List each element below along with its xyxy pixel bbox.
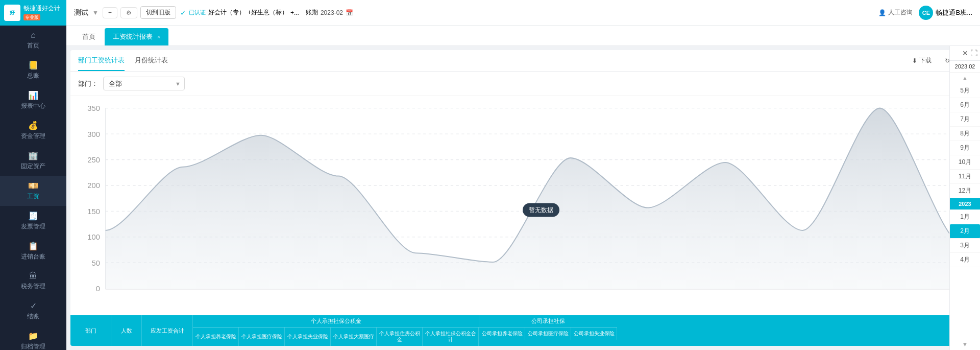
th-personal-group-header: 个人承担社保公积金 (193, 315, 479, 328)
th-personal-total: 个人承担社保公积金合计 (423, 328, 479, 346)
sidebar-item-sales[interactable]: 📋 进销台账 (0, 236, 66, 266)
more-label: +... (290, 9, 299, 16)
month-2-active[interactable]: 2月 (950, 224, 980, 239)
sidebar-item-ledger[interactable]: 📒 总账 (0, 55, 66, 85)
sidebar-item-salary[interactable]: 💴 工资 (0, 176, 66, 206)
download-icon: ⬇ (912, 57, 917, 64)
month-1[interactable]: 1月 (950, 210, 980, 224)
dept-select-wrapper: 全部 财务部 销售部 技术部 人事部 ▼ (103, 77, 185, 90)
sidebar-item-tax[interactable]: 🏛 税务管理 (0, 266, 66, 296)
tab-salary-label: 工资统计报表 (113, 33, 153, 40)
reports-icon: 📊 (28, 90, 38, 100)
month-4[interactable]: 4月 (950, 253, 980, 267)
good-biz-label: +好生意（标） (248, 8, 288, 17)
sidebar-item-funds[interactable]: 💰 资金管理 (0, 115, 66, 146)
th-company-cols: 公司承担养老保险 公司承担医疗保险 公司承担失业保险 (479, 328, 617, 340)
logo-badge: 专业版 (23, 14, 40, 20)
th-dept: 部门 (70, 315, 111, 346)
year-nav-up[interactable]: ▲ (950, 73, 980, 84)
sidebar-item-settle[interactable]: ✓ 结账 (0, 296, 66, 326)
logo-text-line1: 畅捷通好会计 (23, 5, 60, 13)
th-headcount: 人数 (111, 315, 142, 346)
th-salary: 应发工资合计 (142, 315, 193, 346)
sales-icon: 📋 (28, 241, 38, 251)
close-panel-button[interactable]: ✕ (962, 49, 968, 57)
th-personal-housing: 个人承担住房公积金 (377, 328, 423, 346)
th-company-pension: 公司承担养老保险 (479, 328, 525, 340)
th-company-group-header: 公司承担社保 (479, 315, 617, 328)
svg-text:250: 250 (87, 156, 100, 164)
user-menu[interactable]: CE 畅捷通B班... (919, 6, 972, 20)
svg-text:200: 200 (87, 181, 100, 190)
download-label: 下载 (919, 56, 932, 65)
sidebar-label-invoice: 发票管理 (21, 222, 45, 231)
sidebar-label-archive: 归档管理 (21, 342, 45, 350)
th-company-medical: 公司承担医疗保险 (525, 328, 571, 340)
service-icon: 👤 (878, 9, 886, 16)
topbar-status: ✓ 已认证 好会计（专） +好生意（标） +... 账期 2023-02 📅 (180, 8, 353, 17)
year-panel: ✕ ⛶ 2023.02 ▲ 5月 6月 7月 8月 9月 10月 11月 12月… (949, 46, 980, 350)
logo-icon: 好 (4, 5, 20, 21)
svg-text:300: 300 (87, 130, 100, 138)
company-name: 测试 (74, 8, 88, 17)
tab-salary-report[interactable]: 工资统计报表 × (105, 28, 168, 45)
sidebar-label-tax: 税务管理 (21, 282, 45, 291)
year-nav-down[interactable]: ▼ (950, 339, 980, 350)
sidebar-label-settle: 结账 (27, 312, 39, 321)
page-area: 部门工资统计表 月份统计表 ⬇ 下载 ↻ 刷新 (70, 50, 976, 346)
salary-icon: 💴 (28, 181, 38, 191)
logo: 好 畅捷通好会计 专业版 (0, 0, 66, 26)
svg-text:100: 100 (87, 233, 100, 241)
month-10[interactable]: 10月 (950, 155, 980, 170)
settle-icon: ✓ (30, 301, 37, 311)
month-3[interactable]: 3月 (950, 239, 980, 253)
sidebar-item-invoice[interactable]: 🧾 发票管理 (0, 206, 66, 236)
sub-tab-month[interactable]: 月份统计表 (135, 51, 168, 71)
sub-tab-dept[interactable]: 部门工资统计表 (78, 51, 125, 71)
tab-home[interactable]: 首页 (74, 28, 104, 45)
dept-select[interactable]: 全部 财务部 销售部 技术部 人事部 (103, 77, 185, 90)
certified-badge: 已认证 (189, 9, 206, 16)
th-company-group: 公司承担社保 公司承担养老保险 公司承担医疗保险 公司承担失业保险 (479, 315, 617, 346)
month-11[interactable]: 11月 (950, 170, 980, 184)
sidebar-item-archive[interactable]: 📁 归档管理 (0, 326, 66, 350)
tab-bar: 首页 工资统计报表 × (66, 26, 980, 46)
month-5[interactable]: 5月 (950, 84, 980, 98)
year-2023-label: 2023 (950, 198, 980, 210)
sidebar-item-reports[interactable]: 📊 报表中心 (0, 85, 66, 115)
chart-fill (106, 108, 962, 289)
calendar-icon: 📅 (346, 9, 353, 16)
dept-filter-label: 部门： (78, 79, 98, 88)
archive-icon: 📁 (28, 331, 38, 341)
switch-version-button[interactable]: 切到旧版 (140, 6, 176, 19)
home-icon: ⌂ (31, 31, 36, 40)
chart-area: 350 300 250 200 150 100 50 0 (70, 96, 976, 315)
settings-button[interactable]: ⚙ (120, 7, 137, 18)
assets-icon: 🏢 (28, 151, 38, 160)
svg-text:350: 350 (87, 104, 100, 112)
month-6[interactable]: 6月 (950, 98, 980, 112)
filter-area: 部门： 全部 财务部 销售部 技术部 人事部 ▼ (70, 72, 976, 96)
month-7[interactable]: 7月 (950, 112, 980, 127)
sidebar: 好 畅捷通好会计 专业版 ⌂ 首页 📒 总账 📊 报表中心 💰 资金管理 🏢 固… (0, 0, 66, 350)
add-button[interactable]: + (103, 7, 117, 18)
topbar-right: 👤 人工咨询 CE 畅捷通B班... (878, 6, 972, 20)
service-button[interactable]: 👤 人工咨询 (878, 8, 913, 17)
month-8[interactable]: 8月 (950, 127, 980, 141)
tab-close-icon[interactable]: × (157, 34, 160, 40)
sub-tabs: 部门工资统计表 月份统计表 ⬇ 下载 ↻ 刷新 (70, 50, 976, 72)
sidebar-label-home: 首页 (27, 41, 39, 50)
sidebar-label-sales: 进销台账 (21, 252, 45, 261)
month-12[interactable]: 12月 (950, 184, 980, 198)
salary-chart: 350 300 250 200 150 100 50 0 (78, 101, 968, 310)
sidebar-item-assets[interactable]: 🏢 固定资产 (0, 146, 66, 176)
period-value: 2023-02 (321, 9, 343, 16)
download-button[interactable]: ⬇ 下载 (908, 54, 936, 67)
tab-home-label: 首页 (82, 33, 95, 40)
good-accounting-label: 好会计（专） (208, 8, 245, 17)
expand-panel-button[interactable]: ⛶ (970, 49, 977, 57)
month-9[interactable]: 9月 (950, 141, 980, 155)
sidebar-item-home[interactable]: ⌂ 首页 (0, 26, 66, 55)
year-panel-controls: ✕ ⛶ (950, 46, 980, 61)
th-personal-medical: 个人承担医疗保险 (239, 328, 285, 346)
